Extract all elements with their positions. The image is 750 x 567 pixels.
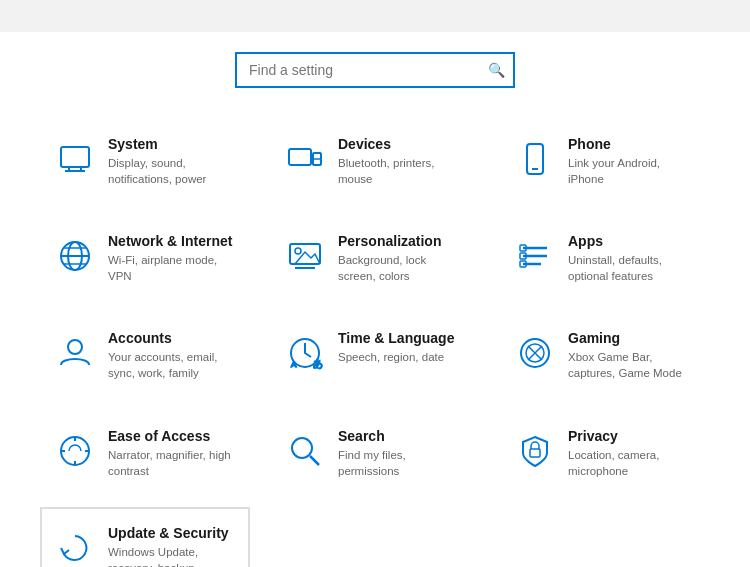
setting-desc-personalization: Background, lock screen, colors bbox=[338, 252, 466, 284]
search-bar: 🔍 bbox=[235, 52, 515, 88]
setting-item-ease[interactable]: Ease of Access Narrator, magnifier, high… bbox=[40, 410, 250, 497]
setting-title-system: System bbox=[108, 136, 236, 152]
setting-item-accounts[interactable]: Accounts Your accounts, email, sync, wor… bbox=[40, 312, 250, 399]
system-icon bbox=[54, 138, 96, 180]
setting-desc-apps: Uninstall, defaults, optional features bbox=[568, 252, 696, 284]
search-container: 🔍 bbox=[40, 52, 710, 88]
svg-point-15 bbox=[295, 248, 301, 254]
setting-item-time[interactable]: Aあ Time & Language Speech, region, date bbox=[270, 312, 480, 399]
setting-title-update: Update & Security bbox=[108, 525, 236, 541]
setting-desc-network: Wi-Fi, airplane mode, VPN bbox=[108, 252, 236, 284]
phone-icon bbox=[514, 138, 556, 180]
close-button[interactable] bbox=[692, 0, 738, 32]
minimize-button[interactable] bbox=[600, 0, 646, 32]
setting-title-phone: Phone bbox=[568, 136, 696, 152]
setting-title-time: Time & Language bbox=[338, 330, 454, 346]
time-icon: Aあ bbox=[284, 332, 326, 374]
setting-desc-phone: Link your Android, iPhone bbox=[568, 155, 696, 187]
setting-title-privacy: Privacy bbox=[568, 428, 696, 444]
setting-item-update[interactable]: Update & Security Windows Update, recove… bbox=[40, 507, 250, 567]
setting-desc-search: Find my files, permissions bbox=[338, 447, 466, 479]
setting-item-system[interactable]: System Display, sound, notifications, po… bbox=[40, 118, 250, 205]
svg-rect-36 bbox=[530, 449, 540, 457]
settings-window: 🔍 System Display, sound, notifications, … bbox=[0, 0, 750, 567]
svg-point-29 bbox=[61, 437, 89, 465]
apps-icon bbox=[514, 235, 556, 277]
setting-desc-system: Display, sound, notifications, power bbox=[108, 155, 236, 187]
svg-point-34 bbox=[292, 438, 312, 458]
accounts-icon bbox=[54, 332, 96, 374]
network-icon bbox=[54, 235, 96, 277]
search-input[interactable] bbox=[235, 52, 515, 88]
svg-rect-4 bbox=[289, 149, 311, 165]
setting-item-apps[interactable]: Apps Uninstall, defaults, optional featu… bbox=[500, 215, 710, 302]
search-icon bbox=[284, 430, 326, 472]
setting-desc-gaming: Xbox Game Bar, captures, Game Mode bbox=[568, 349, 696, 381]
svg-text:あ: あ bbox=[313, 358, 323, 369]
setting-desc-time: Speech, region, date bbox=[338, 349, 454, 365]
setting-item-personalization[interactable]: Personalization Background, lock screen,… bbox=[270, 215, 480, 302]
privacy-icon bbox=[514, 430, 556, 472]
setting-item-search[interactable]: Search Find my files, permissions bbox=[270, 410, 480, 497]
personalization-icon bbox=[284, 235, 326, 277]
ease-icon bbox=[54, 430, 96, 472]
setting-item-gaming[interactable]: Gaming Xbox Game Bar, captures, Game Mod… bbox=[500, 312, 710, 399]
setting-item-devices[interactable]: Devices Bluetooth, printers, mouse bbox=[270, 118, 480, 205]
devices-icon bbox=[284, 138, 326, 180]
search-icon: 🔍 bbox=[488, 62, 505, 78]
setting-desc-ease: Narrator, magnifier, high contrast bbox=[108, 447, 236, 479]
setting-desc-update: Windows Update, recovery, backup bbox=[108, 544, 236, 567]
setting-desc-accounts: Your accounts, email, sync, work, family bbox=[108, 349, 236, 381]
setting-title-ease: Ease of Access bbox=[108, 428, 236, 444]
main-content: 🔍 System Display, sound, notifications, … bbox=[0, 32, 750, 567]
setting-desc-devices: Bluetooth, printers, mouse bbox=[338, 155, 466, 187]
setting-title-apps: Apps bbox=[568, 233, 696, 249]
svg-text:A: A bbox=[291, 360, 297, 369]
window-controls bbox=[600, 0, 738, 32]
svg-rect-0 bbox=[61, 147, 89, 167]
svg-line-35 bbox=[310, 456, 319, 465]
setting-item-phone[interactable]: Phone Link your Android, iPhone bbox=[500, 118, 710, 205]
maximize-button[interactable] bbox=[646, 0, 692, 32]
setting-item-privacy[interactable]: Privacy Location, camera, microphone bbox=[500, 410, 710, 497]
gaming-icon bbox=[514, 332, 556, 374]
setting-title-devices: Devices bbox=[338, 136, 466, 152]
setting-item-network[interactable]: Network & Internet Wi-Fi, airplane mode,… bbox=[40, 215, 250, 302]
update-icon bbox=[54, 527, 96, 567]
setting-desc-privacy: Location, camera, microphone bbox=[568, 447, 696, 479]
setting-title-accounts: Accounts bbox=[108, 330, 236, 346]
svg-point-23 bbox=[68, 340, 82, 354]
setting-title-search: Search bbox=[338, 428, 466, 444]
setting-title-gaming: Gaming bbox=[568, 330, 696, 346]
setting-title-personalization: Personalization bbox=[338, 233, 466, 249]
title-bar bbox=[0, 0, 750, 32]
setting-title-network: Network & Internet bbox=[108, 233, 236, 249]
settings-grid: System Display, sound, notifications, po… bbox=[40, 118, 710, 567]
